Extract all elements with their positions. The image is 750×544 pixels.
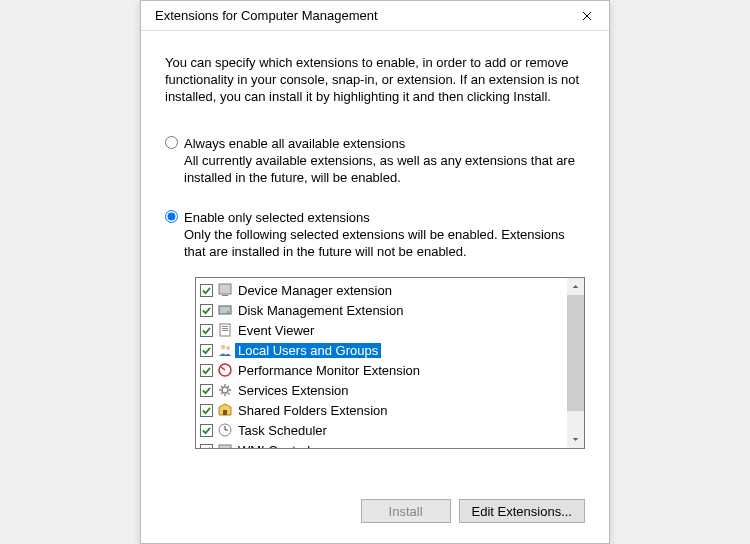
list-item[interactable]: Services Extension (196, 380, 567, 400)
intro-text: You can specify which extensions to enab… (165, 55, 585, 106)
svg-rect-0 (219, 284, 231, 294)
users-icon (217, 342, 233, 358)
list-item[interactable]: Task Scheduler (196, 420, 567, 440)
svg-rect-17 (219, 445, 231, 448)
svg-rect-5 (222, 326, 228, 327)
close-icon (582, 11, 592, 21)
radio-selected-label: Enable only selected extensions (184, 210, 370, 225)
svg-point-8 (221, 345, 225, 349)
option-all: Always enable all available extensions A… (165, 136, 585, 187)
radio-selected-desc: Only the following selected extensions w… (165, 227, 585, 261)
svg-point-12 (222, 387, 228, 393)
check-icon (202, 386, 211, 395)
close-button[interactable] (567, 2, 607, 30)
list-item-label: Services Extension (235, 383, 352, 398)
extensions-list: Device Manager extensionDisk Management … (195, 277, 585, 449)
title-bar: Extensions for Computer Management (141, 1, 609, 31)
window-title: Extensions for Computer Management (155, 8, 567, 23)
edit-extensions-button[interactable]: Edit Extensions... (459, 499, 585, 523)
scroll-track[interactable] (567, 295, 584, 431)
svg-rect-1 (222, 295, 228, 296)
list-item[interactable]: Device Manager extension (196, 280, 567, 300)
checkbox[interactable] (200, 324, 213, 337)
check-icon (202, 366, 211, 375)
svg-point-9 (226, 346, 230, 350)
checkbox[interactable] (200, 424, 213, 437)
list-item-label: Disk Management Extension (235, 303, 406, 318)
list-item[interactable]: Disk Management Extension (196, 300, 567, 320)
list-item-label: Event Viewer (235, 323, 317, 338)
radio-all-desc: All currently available extensions, as w… (165, 153, 585, 187)
svg-point-3 (227, 311, 229, 313)
list-item[interactable]: Local Users and Groups (196, 340, 567, 360)
check-icon (202, 346, 211, 355)
list-item[interactable]: Performance Monitor Extension (196, 360, 567, 380)
list-item[interactable]: Event Viewer (196, 320, 567, 340)
check-icon (202, 406, 211, 415)
checkbox[interactable] (200, 444, 213, 449)
list-item-label: Device Manager extension (235, 283, 395, 298)
device-icon (217, 282, 233, 298)
services-icon (217, 382, 233, 398)
check-icon (202, 286, 211, 295)
checkbox[interactable] (200, 364, 213, 377)
list-item-label: Performance Monitor Extension (235, 363, 423, 378)
checkbox[interactable] (200, 404, 213, 417)
list-item[interactable]: Shared Folders Extension (196, 400, 567, 420)
chevron-up-icon (572, 283, 579, 290)
svg-line-11 (221, 367, 225, 370)
check-icon (202, 306, 211, 315)
checkbox[interactable] (200, 304, 213, 317)
svg-rect-13 (223, 410, 227, 415)
radio-all[interactable] (165, 136, 178, 149)
checkbox[interactable] (200, 384, 213, 397)
chevron-down-icon (572, 436, 579, 443)
list-item-label: Task Scheduler (235, 423, 330, 438)
install-button[interactable]: Install (361, 499, 451, 523)
radio-selected[interactable] (165, 210, 178, 223)
event-icon (217, 322, 233, 338)
wmi-icon (217, 442, 233, 448)
list-item-label: WMI Control (235, 443, 313, 449)
disk-icon (217, 302, 233, 318)
list-item-label: Local Users and Groups (235, 343, 381, 358)
radio-all-label: Always enable all available extensions (184, 136, 405, 151)
scroll-up-button[interactable] (567, 278, 584, 295)
shared-icon (217, 402, 233, 418)
scroll-thumb[interactable] (567, 295, 584, 411)
clock-icon (217, 422, 233, 438)
list-item-label: Shared Folders Extension (235, 403, 391, 418)
dialog-buttons: Install Edit Extensions... (141, 485, 609, 543)
perf-icon (217, 362, 233, 378)
scroll-down-button[interactable] (567, 431, 584, 448)
check-icon (202, 326, 211, 335)
option-selected: Enable only selected extensions Only the… (165, 210, 585, 261)
svg-rect-7 (222, 330, 228, 331)
checkbox[interactable] (200, 284, 213, 297)
svg-rect-6 (222, 328, 228, 329)
scrollbar[interactable] (567, 278, 584, 448)
checkbox[interactable] (200, 344, 213, 357)
list-item[interactable]: WMI Control (196, 440, 567, 448)
check-icon (202, 426, 211, 435)
extensions-list-body[interactable]: Device Manager extensionDisk Management … (196, 278, 567, 448)
extensions-dialog: Extensions for Computer Management You c… (140, 0, 610, 544)
check-icon (202, 446, 211, 449)
svg-rect-2 (219, 306, 231, 314)
dialog-content: You can specify which extensions to enab… (141, 31, 609, 485)
